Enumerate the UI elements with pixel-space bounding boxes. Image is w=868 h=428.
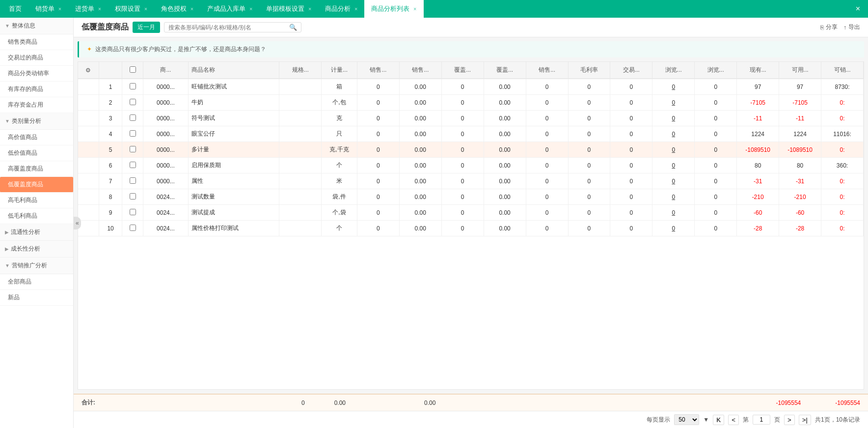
- close-all-tabs-button[interactable]: ×: [850, 4, 866, 13]
- coverage1-column-header[interactable]: 覆盖...: [441, 62, 484, 79]
- close-icon[interactable]: ×: [413, 6, 416, 12]
- row-checkbox[interactable]: [130, 99, 136, 105]
- name-cell[interactable]: 属性: [189, 173, 279, 189]
- row-checkbox[interactable]: [130, 83, 136, 89]
- sidebar-section-overall[interactable]: ▼ 整体信息: [0, 18, 73, 34]
- row-checkbox[interactable]: [130, 193, 136, 200]
- select-all-checkbox[interactable]: [130, 66, 136, 73]
- browse1-cell[interactable]: 0: [652, 158, 695, 173]
- close-icon[interactable]: ×: [308, 6, 311, 12]
- nav-tab-roles[interactable]: 角色授权 ×: [154, 0, 200, 18]
- sidebar-item-traded-goods[interactable]: 交易过的商品: [0, 50, 73, 66]
- sales-count-column-header[interactable]: 销售...: [357, 62, 399, 79]
- row-checkbox[interactable]: [130, 209, 136, 215]
- available-column-header[interactable]: 可用...: [779, 62, 821, 79]
- next-page-button[interactable]: >: [784, 415, 795, 425]
- first-page-button[interactable]: K: [713, 415, 724, 425]
- nav-tab-analysis-list[interactable]: 商品分析列表 ×: [364, 0, 423, 18]
- sidebar-item-in-stock[interactable]: 有库存的商品: [0, 82, 73, 97]
- page-number-input[interactable]: [753, 415, 770, 425]
- checkbox-column-header[interactable]: [122, 62, 143, 79]
- close-icon[interactable]: ×: [58, 6, 61, 12]
- current-column-header[interactable]: 现有...: [737, 62, 779, 79]
- nav-tab-sales[interactable]: 销货单 ×: [28, 0, 68, 18]
- sidebar-item-category-rate[interactable]: 商品分类动销率: [0, 66, 73, 82]
- browse1-cell[interactable]: 0: [652, 189, 695, 205]
- unit-column-header[interactable]: 计量...: [322, 62, 357, 79]
- transaction-column-header[interactable]: 交易...: [610, 62, 652, 79]
- browse1-column-header[interactable]: 浏览...: [652, 62, 695, 79]
- name-cell[interactable]: 测试提成: [189, 205, 279, 221]
- checkbox-cell[interactable]: [122, 205, 143, 221]
- row-checkbox[interactable]: [130, 177, 136, 184]
- close-icon[interactable]: ×: [354, 6, 357, 12]
- sidebar-item-new-goods[interactable]: 新品: [0, 290, 73, 306]
- sidebar-item-high-margin[interactable]: 高毛利商品: [0, 193, 73, 208]
- checkbox-cell[interactable]: [122, 158, 143, 173]
- sidebar-section-growth[interactable]: ▶ 成长性分析: [0, 241, 73, 257]
- nav-tab-permissions[interactable]: 权限设置 ×: [108, 0, 154, 18]
- browse1-cell[interactable]: 0: [652, 142, 695, 158]
- nav-tab-warehouse[interactable]: 产成品入库单 ×: [200, 0, 259, 18]
- close-icon[interactable]: ×: [144, 6, 147, 12]
- browse2-column-header[interactable]: 浏览...: [695, 62, 737, 79]
- export-button[interactable]: ↑ 导出: [843, 23, 860, 31]
- checkbox-cell[interactable]: [122, 173, 143, 189]
- nav-tab-template[interactable]: 单据模板设置 ×: [259, 0, 318, 18]
- row-checkbox[interactable]: [130, 114, 136, 121]
- sidebar-item-sales-goods[interactable]: 销售类商品: [0, 34, 73, 50]
- saleable-column-header[interactable]: 可销...: [821, 62, 864, 79]
- name-cell[interactable]: 旺铺批次测试: [189, 79, 279, 95]
- page-size-select[interactable]: 50 20 100 200: [674, 414, 699, 425]
- browse1-cell[interactable]: 0: [652, 173, 695, 189]
- sidebar-collapse-button[interactable]: «: [74, 217, 81, 229]
- code-column-header[interactable]: 商...: [143, 62, 189, 79]
- sidebar-section-circulation[interactable]: ▶ 流通性分析: [0, 224, 73, 241]
- prev-page-button[interactable]: <: [728, 415, 739, 425]
- browse1-cell[interactable]: 0: [652, 79, 695, 95]
- checkbox-cell[interactable]: [122, 95, 143, 111]
- browse1-cell[interactable]: 0: [652, 205, 695, 221]
- close-icon[interactable]: ×: [190, 6, 193, 12]
- sidebar-item-all-goods[interactable]: 全部商品: [0, 274, 73, 290]
- row-checkbox[interactable]: [130, 225, 136, 231]
- time-filter-button[interactable]: 近一月: [133, 22, 160, 33]
- search-input[interactable]: [168, 24, 287, 31]
- nav-tab-analysis[interactable]: 商品分析 ×: [318, 0, 364, 18]
- share-button[interactable]: ⎘ 分享: [820, 23, 838, 31]
- nav-tab-home[interactable]: 首页: [2, 0, 28, 18]
- nav-tab-purchase[interactable]: 进货单 ×: [68, 0, 108, 18]
- gross-rate-column-header[interactable]: 毛利率: [568, 62, 610, 79]
- sidebar-item-stock-capital[interactable]: 库存资金占用: [0, 97, 73, 113]
- name-cell[interactable]: 多计量: [189, 142, 279, 158]
- name-column-header[interactable]: 商品名称: [189, 62, 279, 79]
- spec-column-header[interactable]: 规格...: [279, 62, 322, 79]
- last-page-button[interactable]: >|: [799, 415, 811, 425]
- close-icon[interactable]: ×: [98, 6, 101, 12]
- sidebar-item-high-value[interactable]: 高价值商品: [0, 130, 73, 145]
- coverage2-column-header[interactable]: 覆盖...: [484, 62, 526, 79]
- sidebar-item-low-margin[interactable]: 低毛利商品: [0, 208, 73, 224]
- sidebar-item-low-value[interactable]: 低价值商品: [0, 145, 73, 161]
- name-cell[interactable]: 符号测试: [189, 111, 279, 126]
- sales3-column-header[interactable]: 销售...: [526, 62, 568, 79]
- name-cell[interactable]: 眼宝公仔: [189, 126, 279, 142]
- checkbox-cell[interactable]: [122, 221, 143, 236]
- browse1-cell[interactable]: 0: [652, 95, 695, 111]
- checkbox-cell[interactable]: [122, 111, 143, 126]
- browse1-cell[interactable]: 0: [652, 126, 695, 142]
- sidebar-section-category[interactable]: ▼ 类别量分析: [0, 113, 73, 130]
- row-checkbox[interactable]: [130, 130, 136, 137]
- browse1-cell[interactable]: 0: [652, 111, 695, 126]
- settings-column-header[interactable]: ⚙: [78, 62, 99, 79]
- row-checkbox[interactable]: [130, 162, 136, 168]
- name-cell[interactable]: 启用保质期: [189, 158, 279, 173]
- checkbox-cell[interactable]: [122, 189, 143, 205]
- sidebar-item-low-coverage[interactable]: 低覆盖度商品: [0, 177, 73, 193]
- sales-amount-column-header[interactable]: 销售...: [399, 62, 441, 79]
- close-icon[interactable]: ×: [249, 6, 252, 12]
- sidebar-section-marketing[interactable]: ▼ 营销推广分析: [0, 257, 73, 274]
- checkbox-cell[interactable]: [122, 142, 143, 158]
- name-cell[interactable]: 牛奶: [189, 95, 279, 111]
- sidebar-item-high-coverage[interactable]: 高覆盖度商品: [0, 161, 73, 177]
